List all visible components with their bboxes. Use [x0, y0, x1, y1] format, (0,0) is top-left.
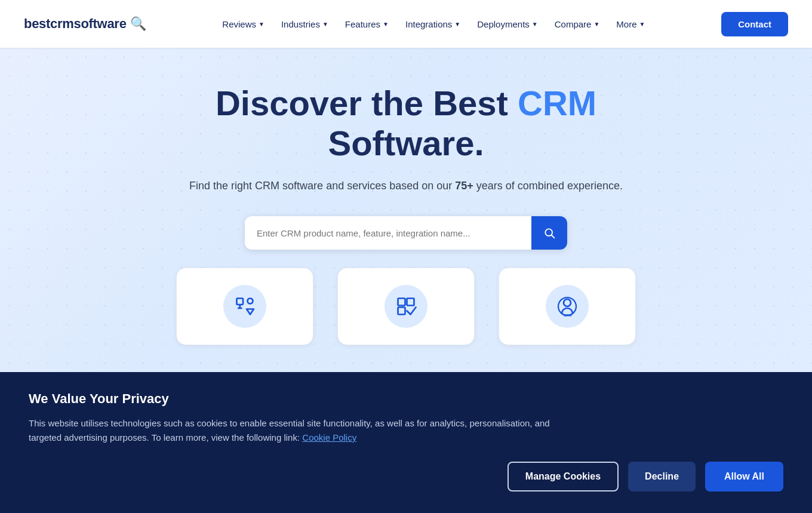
- chevron-down-icon: ▼: [593, 21, 599, 27]
- chevron-down-icon: ▼: [454, 21, 460, 27]
- hero-subtitle: Find the right CRM software and services…: [137, 177, 675, 195]
- svg-point-10: [564, 299, 571, 306]
- feature-cards: CRM: [152, 250, 660, 345]
- svg-rect-2: [237, 299, 244, 305]
- svg-line-1: [552, 235, 555, 238]
- chevron-down-icon: ▼: [639, 21, 645, 27]
- features-icon: [395, 296, 417, 317]
- search-icon: [543, 227, 555, 239]
- cookie-text: This website utilises technologies such …: [29, 416, 566, 445]
- hero-section: Discover the Best CRM Software. Find the…: [0, 48, 812, 382]
- svg-rect-7: [398, 299, 405, 306]
- card-crm[interactable]: CRM: [499, 268, 636, 345]
- contact-button[interactable]: Contact: [721, 12, 788, 36]
- allow-all-button[interactable]: Allow All: [705, 462, 783, 492]
- card-icon-bg: CRM: [546, 285, 589, 328]
- hero-title: Discover the Best CRM Software.: [137, 84, 675, 163]
- integrations-icon: [234, 296, 256, 317]
- search-bar: [245, 216, 567, 250]
- card-icon-bg: [385, 285, 427, 328]
- nav-item-features[interactable]: Features ▼: [338, 14, 396, 34]
- chevron-down-icon: ▼: [259, 21, 264, 27]
- manage-cookies-button[interactable]: Manage Cookies: [508, 462, 619, 492]
- decline-button[interactable]: Decline: [628, 462, 696, 492]
- svg-rect-8: [407, 299, 414, 306]
- cookie-buttons: Manage Cookies Decline Allow All: [29, 462, 783, 492]
- svg-point-3: [248, 299, 253, 304]
- crm-icon: CRM: [556, 296, 578, 317]
- nav-item-reviews[interactable]: Reviews ▼: [215, 14, 272, 34]
- cookie-title: We Value Your Privacy: [29, 391, 783, 407]
- logo-text: bestcrmsoftware: [24, 16, 127, 32]
- site-logo[interactable]: bestcrmsoftware 🔍: [24, 16, 146, 32]
- svg-marker-4: [247, 309, 254, 315]
- chevron-down-icon: ▼: [383, 21, 389, 27]
- nav-item-deployments[interactable]: Deployments ▼: [470, 14, 545, 34]
- nav-item-industries[interactable]: Industries ▼: [274, 14, 336, 34]
- search-button[interactable]: [531, 216, 567, 250]
- nav-links: Reviews ▼ Industries ▼ Features ▼ Integr…: [215, 14, 652, 34]
- svg-text:CRM: CRM: [564, 314, 572, 317]
- card-icon-bg: [223, 285, 266, 328]
- search-input[interactable]: [245, 217, 531, 249]
- nav-item-integrations[interactable]: Integrations ▼: [398, 14, 467, 34]
- card-features[interactable]: [337, 268, 475, 345]
- logo-search-icon: 🔍: [130, 16, 146, 32]
- chevron-down-icon: ▼: [322, 21, 328, 27]
- nav-item-more[interactable]: More ▼: [609, 14, 652, 34]
- chevron-down-icon: ▼: [532, 21, 538, 27]
- hero-content: Discover the Best CRM Software. Find the…: [137, 84, 675, 250]
- cookie-banner: We Value Your Privacy This website utili…: [0, 372, 812, 513]
- cookie-policy-link[interactable]: Cookie Policy: [302, 432, 356, 443]
- nav-item-compare[interactable]: Compare ▼: [548, 14, 607, 34]
- card-integrations[interactable]: [176, 268, 313, 345]
- navbar: bestcrmsoftware 🔍 Reviews ▼ Industries ▼…: [0, 0, 812, 48]
- svg-rect-9: [398, 308, 405, 315]
